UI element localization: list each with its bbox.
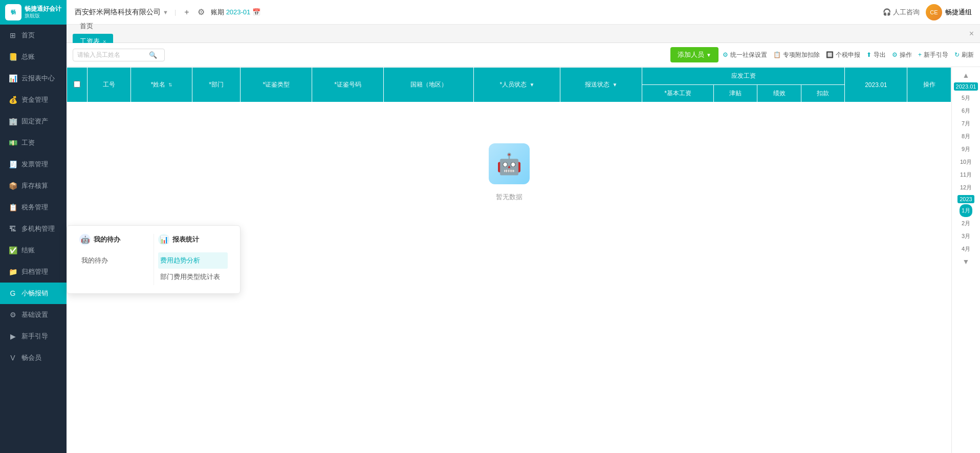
sidebar-icon-archive: 📁: [8, 268, 17, 276]
toolbar-action-deduction[interactable]: 📋 专项附加扣除: [773, 51, 820, 59]
menu-item-cost-trend[interactable]: 费用趋势分析: [158, 252, 228, 269]
timeline-month-2023-01[interactable]: 1月: [960, 204, 972, 217]
toolbar-action-operate[interactable]: ⚙ 操作: [892, 51, 912, 59]
sidebar-icon-settings: ⚙: [8, 311, 17, 319]
timeline-month-2022-10[interactable]: 10月: [958, 156, 974, 168]
sidebar-icon-reports: 📊: [8, 74, 17, 82]
toolbar-action-refresh[interactable]: ↻ 刷新: [954, 51, 974, 59]
th-id-type: *证鉴类型: [241, 68, 312, 102]
settings-icon[interactable]: ⚙: [195, 5, 207, 19]
sidebar-item-inventory[interactable]: 📦 库存核算: [0, 175, 67, 197]
sidebar-icon-multi: 🏗: [8, 225, 17, 233]
search-input[interactable]: [77, 51, 149, 58]
avatar: CE: [926, 4, 942, 20]
menu-section-todo-title: 🤖 我的待办: [79, 234, 149, 247]
tab-home[interactable]: 首页: [73, 18, 113, 34]
sidebar-item-tax[interactable]: 📋 税务管理: [0, 197, 67, 218]
search-icon: 🔍: [149, 51, 157, 59]
sidebar-item-home[interactable]: ⊞ 首页: [0, 25, 67, 46]
timeline-month-2022-11[interactable]: 11月: [958, 168, 974, 181]
timeline-month-2022-09[interactable]: 9月: [958, 143, 974, 156]
empty-text: 暂无数据: [496, 192, 522, 202]
timeline-nav-up[interactable]: ▲: [961, 69, 972, 81]
sidebar-item-assets[interactable]: 🏢 固定资产: [0, 111, 67, 132]
toolbar-action-social[interactable]: ⚙ 统一社保设置: [723, 51, 767, 59]
action-icon-guide: +: [918, 51, 922, 58]
user-info[interactable]: CE 畅捷通组: [926, 4, 972, 20]
sidebar-item-multi[interactable]: 🏗 多机构管理: [0, 218, 67, 240]
username: 畅捷通组: [945, 8, 972, 17]
action-icon-deduction: 📋: [773, 51, 781, 58]
name-sort-icon[interactable]: ⇅: [168, 82, 172, 88]
sidebar-item-reports[interactable]: 📊 云报表中心: [0, 68, 67, 89]
calendar-icon[interactable]: 📅: [252, 8, 260, 16]
send-status-filter-icon[interactable]: ▼: [612, 82, 617, 88]
sidebar-icon-payroll: 💵: [8, 139, 17, 147]
service-btn[interactable]: 🎧 人工咨询: [883, 8, 920, 17]
toolbar-action-tax_report[interactable]: 🔲 个税申报: [826, 51, 860, 59]
th-payroll-group: 应发工资: [642, 68, 845, 85]
timeline-month-2023-03[interactable]: 3月: [960, 230, 972, 243]
sidebar-item-member[interactable]: V 畅会员: [0, 347, 67, 369]
company-selector[interactable]: 西安虾米网络科技有限公司 ▼: [75, 8, 168, 17]
sidebar-item-settings[interactable]: ⚙ 基础设置: [0, 304, 67, 326]
sidebar-item-funds[interactable]: 💰 资金管理: [0, 89, 67, 111]
timeline-month-2023-02[interactable]: 2月: [960, 217, 972, 230]
timeline-month-2023-04[interactable]: 4月: [960, 243, 972, 255]
add-person-button[interactable]: 添加人员 ▼: [670, 47, 718, 62]
sidebar-icon-xiaochang: G: [8, 289, 17, 297]
app-logo: 畅 畅捷通好会计 旗舰版: [0, 0, 67, 25]
action-label-export: 导出: [874, 51, 886, 59]
sidebar-icon-invoice: 🧾: [8, 160, 17, 168]
app-edition: 旗舰版: [25, 12, 61, 19]
sidebar-item-guide[interactable]: ▶ 新手引导: [0, 326, 67, 347]
toolbar-actions: ⚙ 统一社保设置📋 专项附加扣除🔲 个税申报⬆ 导出⚙ 操作+ 新手引导↻ 刷新: [723, 51, 974, 59]
sidebar-label-guide: 新手引导: [21, 332, 48, 341]
menu-item-dept-cost[interactable]: 部门费用类型统计表: [158, 269, 228, 285]
th-year-month: 2023.01: [845, 68, 907, 102]
select-all-checkbox[interactable]: [74, 81, 80, 88]
action-icon-tax_report: 🔲: [826, 51, 834, 58]
sidebar-nav: ⊞ 首页📒 总账📊 云报表中心💰 资金管理🏢 固定资产💵 工资🧾 发票管理📦 库…: [0, 25, 67, 369]
toolbar-action-guide[interactable]: + 新手引导: [918, 51, 948, 59]
action-label-guide: 新手引导: [924, 51, 948, 59]
timeline-month-2022-06[interactable]: 6月: [958, 104, 974, 117]
tab-close-payroll[interactable]: ×: [103, 38, 106, 45]
menu-item-my-todo[interactable]: 我的待办: [79, 252, 149, 269]
timeline-month-2022-05[interactable]: 5月: [958, 92, 974, 104]
timeline-month-2022-08[interactable]: 8月: [958, 130, 974, 143]
action-icon-export: ⬆: [866, 51, 872, 58]
action-label-tax_report: 个税申报: [836, 51, 860, 59]
sidebar-label-payroll: 工资: [21, 138, 35, 147]
logo-icon: 畅: [5, 4, 21, 20]
add-dropdown-arrow: ▼: [706, 52, 711, 58]
timeline-2023-months: 1月2月3月4月: [960, 204, 972, 255]
toolbar-action-export[interactable]: ⬆ 导出: [866, 51, 886, 59]
todo-icon: 🤖: [79, 234, 91, 245]
tab-close-right[interactable]: ×: [969, 29, 974, 38]
headset-icon: 🎧: [883, 8, 891, 16]
company-name: 西安虾米网络科技有限公司: [75, 8, 161, 17]
sidebar-label-xiaochang: 小畅报销: [21, 289, 48, 298]
timeline-prev-months: 5月6月7月8月9月10月11月12月: [958, 92, 974, 194]
toolbar: 🔍 添加人员 ▼ ⚙ 统一社保设置📋 专项附加扣除🔲 个税申报⬆ 导出⚙ 操作+…: [67, 43, 980, 67]
sidebar-label-member: 畅会员: [21, 353, 41, 362]
add-icon[interactable]: +: [182, 6, 191, 19]
sidebar-item-closing[interactable]: ✅ 结账: [0, 240, 67, 261]
sidebar-item-archive[interactable]: 📁 归档管理: [0, 261, 67, 283]
person-status-filter-icon[interactable]: ▼: [529, 82, 534, 88]
timeline-month-2022-12[interactable]: 12月: [958, 181, 974, 194]
period-display: 账期 2023-01 📅: [211, 8, 261, 17]
timeline-nav-down[interactable]: ▼: [961, 255, 972, 268]
sidebar-item-payroll[interactable]: 💵 工资: [0, 132, 67, 154]
timeline-month-2022-07[interactable]: 7月: [958, 117, 974, 130]
sidebar-label-reports: 云报表中心: [21, 74, 55, 83]
sidebar-item-xiaochang[interactable]: G 小畅报销: [0, 283, 67, 304]
sidebar-icon-home: ⊞: [8, 31, 17, 39]
sidebar-icon-member: V: [8, 354, 17, 362]
sidebar-item-ledger[interactable]: 📒 总账: [0, 46, 67, 68]
action-label-operate: 操作: [900, 51, 912, 59]
sidebar-label-invoice: 发票管理: [21, 160, 48, 169]
menu-section-todo: 🤖 我的待办 我的待办: [75, 234, 154, 285]
sidebar-item-invoice[interactable]: 🧾 发票管理: [0, 154, 67, 175]
